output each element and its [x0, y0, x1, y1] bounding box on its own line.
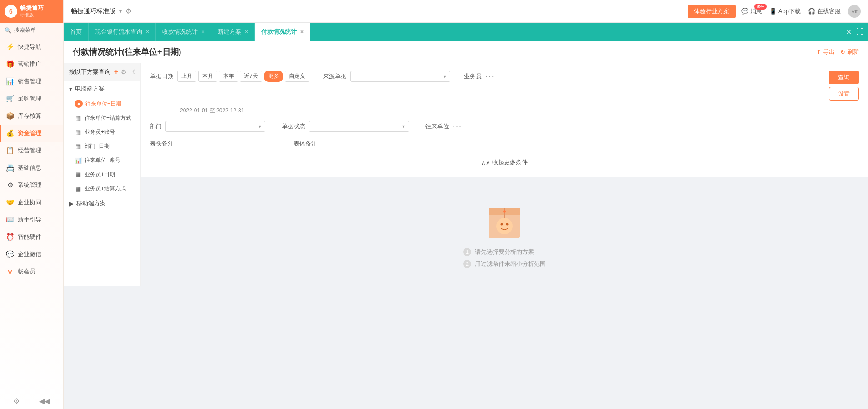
left-panel-group-mobile: ▶ 移动端方案	[64, 196, 140, 211]
sidebar-item-basic-info[interactable]: 📇 基础信息	[0, 159, 63, 177]
source-select[interactable]: ▾	[350, 71, 450, 82]
sidebar-item-tutorial[interactable]: 📖 新手引导	[0, 211, 63, 228]
header-note-input[interactable]	[177, 138, 277, 149]
sidebar-item-quick-nav[interactable]: ⚡ 快捷导航	[0, 38, 63, 56]
settings-btn[interactable]: 设置	[829, 87, 859, 101]
tabbar: 首页 现金银行流水查询 × 收款情况统计 × 新建方案 × 付款情况统计 × ✕…	[64, 23, 868, 41]
topbar-gear-icon[interactable]: ⚙	[125, 7, 132, 15]
query-btn[interactable]: 查询	[829, 71, 859, 84]
receipt-status-select[interactable]: ▾	[309, 121, 409, 132]
app-download-btn[interactable]: 📱 App下载	[769, 7, 801, 15]
left-panel-item-unit-date[interactable]: ● 往来单位+日期	[64, 96, 140, 111]
unit-settle-icon: ▦	[75, 115, 82, 122]
tab-payment-stats-close[interactable]: ×	[300, 29, 304, 35]
empty-illustration	[477, 195, 532, 241]
receipt-status-arrow: ▾	[402, 123, 405, 130]
left-panel-settings-btn[interactable]: ⚙	[121, 68, 127, 76]
system-icon: ⚙	[6, 181, 14, 189]
sidebar-settings-btn[interactable]: ⚙	[13, 397, 20, 405]
left-panel-group-pc-title[interactable]: ▾ 电脑端方案	[64, 81, 140, 96]
sidebar-item-marketing[interactable]: 🎁 营销推广	[0, 56, 63, 73]
collapse-btn[interactable]: ∧∧ 收起更多条件	[472, 156, 537, 169]
app-icon: 📱	[769, 8, 777, 15]
left-panel-add-btn[interactable]: +	[114, 68, 118, 76]
sidebar-item-vip[interactable]: V 畅会员	[0, 263, 63, 280]
left-panel-item-unit-account[interactable]: 📊 往来单位+账号	[64, 153, 140, 167]
date-btn-7days[interactable]: 近7天	[240, 71, 262, 82]
smart-hw-icon: ⏰	[6, 233, 14, 241]
tab-new-plan[interactable]: 新建方案 ×	[211, 23, 255, 41]
user-avatar[interactable]: Rit	[848, 5, 861, 18]
tab-new-plan-close[interactable]: ×	[245, 29, 248, 35]
sidebar-item-enterprise[interactable]: 🤝 企业协同	[0, 194, 63, 211]
svg-point-7	[503, 210, 506, 213]
export-icon: ⬆	[816, 49, 821, 56]
sidebar-collapse-btn[interactable]: ◀◀	[39, 397, 50, 405]
trial-btn[interactable]: 体验行业方案	[688, 5, 736, 18]
collapse-icon: ∧∧	[481, 159, 490, 166]
tab-bank-flow-close[interactable]: ×	[146, 29, 149, 35]
dept-select[interactable]: ▾	[165, 121, 265, 132]
single-date-label: 单据日期	[150, 72, 174, 81]
purchase-icon: 🛒	[6, 95, 14, 103]
sidebar-item-system[interactable]: ⚙ 系统管理	[0, 177, 63, 194]
online-service-btn[interactable]: 🎧 在线客服	[808, 7, 841, 15]
marketing-icon: 🎁	[6, 60, 14, 68]
topbar: 畅捷通巧标准版 ▾ ⚙ 体验行业方案 💬 消息 99+ 📱 App下载 🎧 在线…	[64, 0, 868, 23]
message-icon: 💬	[741, 8, 748, 15]
staff-date-icon: ▦	[75, 171, 82, 178]
tab-expand-icon[interactable]: ⛶	[856, 28, 863, 36]
logo-text: 畅捷通巧 标准版	[20, 5, 44, 18]
vip-icon: V	[6, 268, 14, 276]
sidebar-item-sales[interactable]: 📊 销售管理	[0, 73, 63, 90]
tab-receipt-stats-close[interactable]: ×	[201, 29, 205, 35]
topbar-dropdown-arrow[interactable]: ▾	[119, 8, 122, 15]
staff-select-dots[interactable]: ···	[485, 71, 495, 81]
sidebar-item-funds[interactable]: 💰 资金管理	[0, 125, 63, 142]
tab-home[interactable]: 首页	[64, 23, 89, 41]
tab-bank-flow[interactable]: 现金银行流水查询 ×	[89, 23, 156, 41]
tab-payment-stats[interactable]: 付款情况统计 ×	[255, 23, 310, 41]
dept-label: 部门	[150, 122, 162, 131]
body-note-input[interactable]	[321, 138, 421, 149]
sidebar-item-wechat[interactable]: 💬 企业微信	[0, 246, 63, 263]
left-panel-item-staff-date[interactable]: ▦ 业务员+日期	[64, 167, 140, 182]
sidebar-footer: ⚙ ◀◀	[0, 393, 63, 409]
page-header-actions: ⬆ 导出 ↻ 刷新	[816, 48, 859, 56]
wechat-icon: 💬	[6, 250, 14, 258]
sidebar-item-operations[interactable]: 📋 经营管理	[0, 142, 63, 159]
unit-account-icon: 📊	[75, 157, 82, 164]
svg-point-3	[496, 218, 513, 234]
left-panel-item-staff-settle[interactable]: ▦ 业务员+结算方式	[64, 182, 140, 196]
date-btn-this-year[interactable]: 本年	[219, 71, 238, 82]
date-btn-this-month[interactable]: 本月	[198, 71, 217, 82]
unit-date-icon: ●	[75, 100, 83, 108]
left-panel-item-unit-settle[interactable]: ▦ 往来单位+结算方式	[64, 111, 140, 125]
sidebar-item-purchase[interactable]: 🛒 采购管理	[0, 90, 63, 107]
sidebar-search[interactable]: 🔍 搜索菜单	[0, 23, 63, 38]
left-panel-group-mobile-title[interactable]: ▶ 移动端方案	[64, 196, 140, 211]
topbar-title: 畅捷通巧标准版	[71, 7, 115, 15]
date-btn-more[interactable]: 更多	[264, 71, 283, 82]
sidebar-item-smart-hw[interactable]: ⏰ 智能硬件	[0, 228, 63, 246]
sidebar-item-inventory[interactable]: 📦 库存核算	[0, 107, 63, 125]
refresh-btn[interactable]: ↻ 刷新	[840, 48, 859, 56]
header-note-label: 表头备注	[150, 140, 174, 148]
empty-text: 1 请先选择要分析的方案 2 用过滤条件来缩小分析范围	[463, 248, 546, 268]
messages-btn[interactable]: 💬 消息 99+	[741, 7, 762, 15]
partner-select-dots[interactable]: ···	[453, 122, 462, 131]
tab-close-all-icon[interactable]: ✕	[846, 28, 852, 36]
tab-receipt-stats[interactable]: 收款情况统计 ×	[156, 23, 211, 41]
date-range-display: 2022-01-01 至 2022-12-31	[180, 107, 244, 114]
left-panel-collapse-btn[interactable]: 《	[130, 68, 135, 76]
date-btn-last-month[interactable]: 上月	[177, 71, 196, 82]
sidebar: 6 畅捷通巧 标准版 🔍 搜索菜单 ⚡ 快捷导航 🎁 营销推广 📊 销售管理 🛒…	[0, 0, 64, 409]
left-panel: 按以下方案查询 + ⚙ 《 ▾ 电脑端方案 ● 往来单位+日期	[64, 63, 141, 286]
source-select-arrow: ▾	[444, 73, 446, 80]
left-panel-item-dept-date[interactable]: ▦ 部门+日期	[64, 139, 140, 153]
export-btn[interactable]: ⬆ 导出	[816, 48, 835, 56]
staff-account-icon: ▦	[75, 129, 82, 136]
date-btn-custom[interactable]: 自定义	[285, 71, 309, 82]
left-panel-item-staff-account[interactable]: ▦ 业务员+账号	[64, 125, 140, 139]
filter-section: 单据日期 上月 本月 本年 近7天 更多 自定义	[141, 63, 868, 177]
